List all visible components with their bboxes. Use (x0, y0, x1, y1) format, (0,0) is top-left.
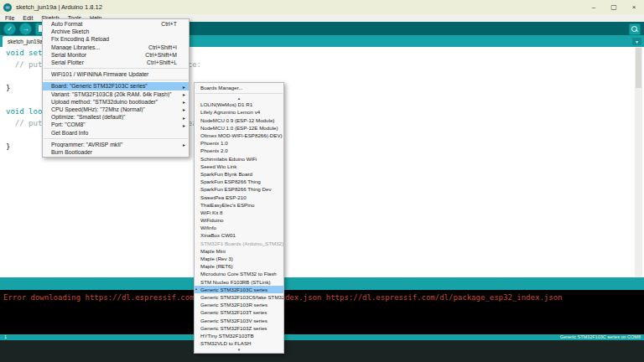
tab-list-dropdown-icon[interactable]: ▼ (632, 38, 641, 45)
board-item-label: WiFi Kit 8 (200, 209, 222, 215)
submenu-arrow-icon: ▸ (183, 91, 185, 97)
console-output: Error downloading https://dl.espressif.c… (0, 290, 644, 334)
board-menu-item[interactable]: Maple (RET6) (195, 262, 283, 270)
board-item-label: NodeMCU 0.9 (ESP-12 Module) (200, 117, 274, 123)
tools-menu-item[interactable]: Get Board Info (43, 128, 189, 136)
tab-sketch[interactable]: sketch_jun19a (3, 36, 48, 47)
maximize-button[interactable]: ▢ (604, 0, 624, 14)
board-item-label: SparkFun ESP8266 Thing (200, 178, 261, 184)
menu-item-label: Auto Format (51, 21, 154, 27)
board-item-label: Lifely Agrumino Lemon v4 (200, 109, 260, 115)
editor-scrollbar[interactable] (635, 47, 642, 277)
board-menu-item[interactable]: SparkFun Blynk Board (195, 170, 283, 178)
board-item-label: Wifinfo (200, 225, 216, 230)
menu-file[interactable]: File (1, 15, 18, 21)
board-menu-item[interactable]: Wifinfo (195, 224, 283, 231)
board-menu-item[interactable]: SparkFun ESP8266 Thing (195, 178, 283, 185)
title-bar: ∞ sketch_jun19a | Arduino 1.8.12 – ▢ × (0, 0, 644, 14)
verify-button[interactable]: ✓ (3, 23, 16, 35)
board-item-label: SparkFun Blynk Board (200, 171, 252, 177)
window-title: sketch_jun19a | Arduino 1.8.12 (16, 3, 102, 11)
tools-menu-item[interactable]: Auto FormatCtrl+T (43, 20, 189, 28)
tools-menu-item[interactable]: WiFi101 / WiFiNINA Firmware Updater (43, 70, 189, 78)
submenu-arrow-icon: ▸ (183, 106, 185, 112)
tools-menu-item[interactable]: Optimize: "Smallest (default)"▸ (43, 113, 189, 121)
upload-button[interactable]: → (19, 23, 32, 35)
board-menu-item[interactable]: Seeed Wio Link (195, 163, 283, 170)
selected-bullet-icon: • (195, 287, 197, 292)
board-item-label: Generic STM32F103R series (200, 302, 267, 308)
tools-menu-item[interactable]: Fix Encoding & Reload (43, 35, 189, 43)
board-item-label: Phoenix 1.0 (200, 140, 228, 146)
board-item-label: STM32VLD to FLASH (200, 340, 252, 346)
board-menu-item[interactable]: LOLIN(WeMos) D1 R1 (195, 101, 283, 108)
board-item-label: STM32F1 Boards (Arduino_STM32) (200, 240, 283, 246)
board-item-label: Schirmilabs Eduino WiFi (200, 156, 257, 162)
menu-separator (44, 80, 188, 80)
board-menu-item[interactable]: SweetPea ESP-210 (195, 193, 283, 200)
board-menu-item[interactable]: Schirmilabs Eduino WiFi (195, 155, 283, 163)
board-item-label: Microduino Core STM32 to Flash (200, 271, 277, 277)
board-menu-item[interactable]: ThaiEasyElec's ESPino (195, 201, 283, 209)
board-menu-item[interactable]: NodeMCU 0.9 (ESP-12 Module) (195, 116, 283, 124)
submenu-arrow-icon: ▸ (183, 142, 185, 147)
tools-menu-item[interactable]: CPU Speed(MHz): "72Mhz (Normal)"▸ (43, 106, 189, 113)
board-menu-item[interactable]: Boards Manager... (195, 84, 283, 91)
board-menu-item[interactable]: Maple Mini (195, 247, 283, 255)
submenu-arrow-icon: ▸ (183, 99, 185, 105)
board-item-label: Olimex MOD-WIFI-ESP8266(-DEV) (200, 132, 283, 138)
close-button[interactable]: × (624, 0, 644, 14)
board-menu-item[interactable]: NodeMCU 1.0 (ESP-12E Module) (195, 124, 283, 132)
tools-menu-item[interactable]: Board: "Generic STM32F103C series"▸ (43, 82, 189, 90)
board-menu-item[interactable]: Phoenix 1.0 (195, 139, 283, 147)
board-menu-item[interactable]: STM Nucleo F103RB (STLink) (195, 278, 283, 286)
tools-menu-item[interactable]: Variant: "STM32F103C8 (20k RAM. 64k Flas… (43, 90, 189, 98)
tools-menu-item[interactable]: Serial PlotterCtrl+Shift+L (43, 59, 189, 66)
board-menu-item[interactable]: Lifely Agrumino Lemon v4 (195, 108, 283, 116)
board-menu-item[interactable]: Generic STM32F103R series (195, 301, 283, 308)
board-menu-item[interactable]: SparkFun ESP8266 Thing Dev (195, 185, 283, 193)
tools-menu-item[interactable]: Serial MonitorCtrl+Shift+M (43, 51, 189, 59)
board-menu-item[interactable]: Phoenix 2.0 (195, 147, 283, 154)
board-item-label: ThaiEasyElec's ESPino (200, 202, 254, 208)
board-item-label: Generic STM32F103C6/fake STM32F1 (200, 294, 283, 300)
board-menu-item[interactable]: Generic STM32F103T series (195, 308, 283, 316)
submenu-arrow-icon: ▸ (183, 115, 185, 121)
board-item-label: Generic STM32F103Z series (200, 325, 267, 331)
board-menu-item[interactable]: Olimex MOD-WIFI-ESP8266(-DEV) (195, 132, 283, 139)
board-item-label: Maple Mini (200, 248, 226, 254)
board-menu-item[interactable]: Generic STM32F103C6/fake STM32F1 (195, 293, 283, 301)
board-item-label: LOLIN(WeMos) D1 R1 (200, 101, 252, 107)
board-menu-item[interactable]: Maple (Rev 3) (195, 255, 283, 262)
tools-menu-item[interactable]: Burn Bootloader (43, 148, 189, 156)
menu-item-label: Board: "Generic STM32F103C series" (51, 83, 177, 89)
board-item-label: Generic STM32F103V series (200, 318, 267, 323)
board-menu-item[interactable]: Microduino Core STM32 to Flash (195, 270, 283, 277)
menu-item-label: Get Board Info (51, 130, 177, 136)
menu-item-shortcut: Ctrl+Shift+L (147, 59, 177, 65)
board-menu-item[interactable]: XinaBox CW01 (195, 231, 283, 239)
tools-menu-item[interactable]: Archive Sketch (43, 28, 189, 35)
board-item-label: Maple (Rev 3) (200, 256, 233, 261)
board-menu-item[interactable]: Generic STM32F103Z series (195, 324, 283, 332)
minimize-button[interactable]: – (584, 0, 604, 14)
board-item-label: HYTiny STM32F103TB (200, 333, 254, 339)
tools-menu-item[interactable]: Upload method: "STM32duino bootloader"▸ (43, 98, 189, 106)
submenu-scroll-arrow[interactable]: ▼ (195, 347, 283, 352)
menu-item-label: CPU Speed(MHz): "72Mhz (Normal)" (51, 106, 177, 112)
tools-menu-item[interactable]: Manage Libraries...Ctrl+Shift+I (43, 44, 189, 51)
board-item-label: XinaBox CW01 (200, 232, 236, 238)
board-menu-item[interactable]: Generic STM32F103V series (195, 316, 283, 323)
board-menu-item[interactable]: •Generic STM32F103C series (195, 286, 283, 293)
arduino-app-icon: ∞ (3, 3, 12, 12)
board-item-label: Boards Manager... (200, 85, 243, 90)
board-menu-item[interactable]: STM32VLD to FLASH (195, 339, 283, 347)
board-menu-item[interactable]: HYTiny STM32F103TB (195, 332, 283, 339)
board-menu-item[interactable]: WiFi Kit 8 (195, 209, 283, 216)
menu-edit[interactable]: Edit (18, 15, 37, 21)
tools-menu-item[interactable]: Programmer: "AVRISP mkII"▸ (43, 141, 189, 148)
tools-menu-item[interactable]: Port: "COM8"▸ (43, 121, 189, 128)
serial-monitor-icon[interactable] (629, 23, 641, 35)
menu-item-label: Serial Plotter (51, 59, 140, 65)
board-menu-item[interactable]: WiFiduino (195, 216, 283, 224)
